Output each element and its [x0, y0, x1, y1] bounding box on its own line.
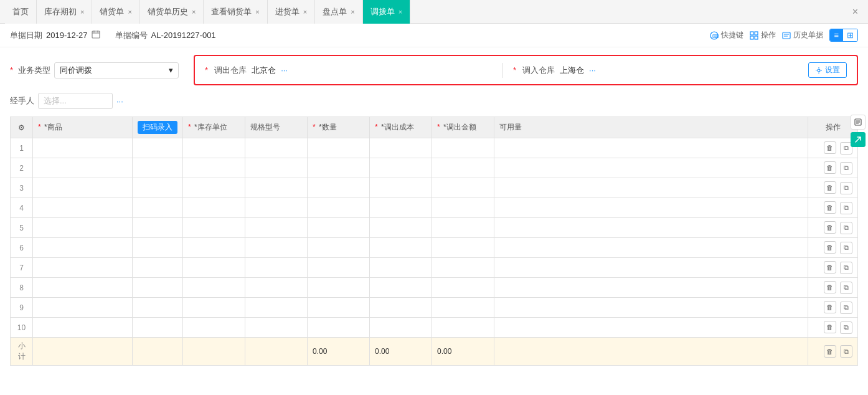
row-product[interactable] — [33, 298, 133, 318]
row-amount[interactable] — [432, 138, 494, 158]
header-gear[interactable]: ⚙ — [11, 117, 33, 138]
row-available[interactable] — [494, 238, 808, 258]
row-cost[interactable] — [370, 158, 432, 178]
row-product[interactable] — [33, 258, 133, 278]
copy-icon[interactable]: ⧉ — [840, 182, 852, 194]
tab-close-view-sales[interactable]: × — [255, 8, 259, 16]
row-product[interactable] — [33, 238, 133, 258]
row-product[interactable] — [33, 198, 133, 218]
tab-close-inventory-count[interactable]: × — [351, 8, 354, 16]
row-cost[interactable] — [370, 198, 432, 218]
row-available[interactable] — [494, 318, 808, 338]
row-amount[interactable] — [432, 218, 494, 238]
tab-close-inventory-init[interactable]: × — [80, 8, 84, 16]
tab-close-sales-history[interactable]: × — [192, 8, 196, 16]
person-more-button[interactable]: ··· — [116, 97, 123, 106]
copy-icon[interactable]: ⧉ — [840, 321, 852, 334]
row-amount[interactable] — [432, 318, 494, 338]
tab-close-purchase[interactable]: × — [303, 8, 307, 16]
delete-icon[interactable]: 🗑 — [824, 201, 836, 214]
row-qty[interactable] — [308, 298, 370, 318]
row-cost[interactable] — [370, 278, 432, 298]
row-product[interactable] — [33, 278, 133, 298]
row-available[interactable] — [494, 158, 808, 178]
row-spec[interactable] — [245, 178, 308, 198]
row-spec[interactable] — [245, 238, 308, 258]
sidebar-list-icon[interactable] — [851, 115, 866, 130]
copy-icon[interactable]: ⧉ — [840, 282, 852, 294]
row-available[interactable] — [494, 218, 808, 238]
person-input[interactable]: 选择... — [38, 93, 113, 109]
delete-icon[interactable]: 🗑 — [824, 161, 836, 174]
row-amount[interactable] — [432, 258, 494, 278]
row-unit[interactable] — [183, 298, 245, 318]
row-product[interactable] — [33, 158, 133, 178]
tab-inventory-count[interactable]: 盘点单 × — [315, 0, 362, 24]
row-unit[interactable] — [183, 258, 245, 278]
settings-button[interactable]: 设置 — [808, 62, 847, 78]
row-unit[interactable] — [183, 218, 245, 238]
row-amount[interactable] — [432, 178, 494, 198]
copy-icon[interactable]: ⧉ — [840, 202, 852, 214]
row-available[interactable] — [494, 258, 808, 278]
warehouse-in-more-button[interactable]: ··· — [589, 65, 596, 75]
row-spec[interactable] — [245, 298, 308, 318]
shortcuts-button[interactable]: ⌨ 快捷键 — [710, 30, 743, 40]
row-available[interactable] — [494, 278, 808, 298]
row-amount[interactable] — [432, 198, 494, 218]
row-unit[interactable] — [183, 318, 245, 338]
row-spec[interactable] — [245, 158, 308, 178]
row-spec[interactable] — [245, 258, 308, 278]
row-cost[interactable] — [370, 218, 432, 238]
row-unit[interactable] — [183, 178, 245, 198]
tab-sales-history[interactable]: 销货单历史 × — [140, 0, 204, 24]
row-spec[interactable] — [245, 218, 308, 238]
tab-view-sales[interactable]: 查看销货单 × — [204, 0, 267, 24]
delete-icon[interactable]: 🗑 — [824, 345, 836, 358]
tab-purchase[interactable]: 进货单 × — [268, 0, 315, 24]
row-qty[interactable] — [308, 158, 370, 178]
row-available[interactable] — [494, 198, 808, 218]
tab-inventory-init[interactable]: 库存期初 × — [37, 0, 92, 24]
tab-close-sales-order[interactable]: × — [128, 8, 131, 16]
row-available[interactable] — [494, 298, 808, 318]
row-unit[interactable] — [183, 278, 245, 298]
row-cost[interactable] — [370, 258, 432, 278]
row-qty[interactable] — [308, 218, 370, 238]
row-qty[interactable] — [308, 198, 370, 218]
row-cost[interactable] — [370, 318, 432, 338]
window-close-button[interactable]: × — [847, 4, 863, 20]
copy-icon[interactable]: ⧉ — [840, 345, 852, 358]
copy-icon[interactable]: ⧉ — [840, 162, 852, 174]
delete-icon[interactable]: 🗑 — [824, 281, 836, 293]
row-qty[interactable] — [308, 178, 370, 198]
copy-icon[interactable]: ⧉ — [840, 262, 852, 274]
copy-icon[interactable]: ⧉ — [840, 222, 852, 234]
copy-icon[interactable]: ⧉ — [840, 302, 852, 314]
row-cost[interactable] — [370, 138, 432, 158]
copy-icon[interactable]: ⧉ — [840, 242, 852, 254]
row-qty[interactable] — [308, 278, 370, 298]
scan-entry-button[interactable]: 扫码录入 — [138, 121, 177, 134]
list-view-button[interactable]: ≡ — [830, 29, 843, 41]
calendar-icon[interactable] — [92, 30, 100, 40]
row-unit[interactable] — [183, 158, 245, 178]
delete-icon[interactable]: 🗑 — [824, 221, 836, 234]
row-unit[interactable] — [183, 238, 245, 258]
delete-icon[interactable]: 🗑 — [824, 301, 836, 313]
row-qty[interactable] — [308, 138, 370, 158]
row-product[interactable] — [33, 218, 133, 238]
row-available[interactable] — [494, 138, 808, 158]
row-amount[interactable] — [432, 298, 494, 318]
business-type-select[interactable]: 同价调拨 ▾ — [54, 62, 179, 79]
row-spec[interactable] — [245, 318, 308, 338]
delete-icon[interactable]: 🗑 — [824, 141, 836, 154]
row-product[interactable] — [33, 338, 133, 366]
row-amount[interactable] — [432, 238, 494, 258]
row-cost[interactable] — [370, 298, 432, 318]
tab-close-transfer[interactable]: × — [399, 8, 402, 16]
row-unit[interactable] — [183, 138, 245, 158]
warehouse-out-more-button[interactable]: ··· — [281, 65, 288, 75]
row-qty[interactable] — [308, 318, 370, 338]
row-amount[interactable] — [432, 278, 494, 298]
